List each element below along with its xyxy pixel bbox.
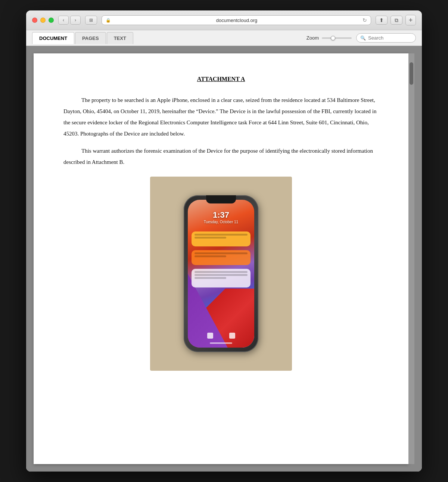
zoom-label: Zoom [307,35,319,41]
traffic-lights [32,18,54,23]
scrollbar[interactable] [408,53,414,464]
sidebar-icon: ⊞ [89,18,93,23]
tab-pages[interactable]: PAGES [75,32,106,44]
scrollbar-thumb[interactable] [410,62,413,85]
address-bar[interactable]: 🔒 documentcloud.org ↻ [102,15,371,25]
minimize-button[interactable] [40,18,46,23]
lockscreen-icons [188,333,254,339]
search-icon: 🔍 [360,35,366,41]
iphone-notch [206,195,236,203]
title-bar: ‹ › ⊞ 🔒 documentcloud.org ↻ ⬆ ⧉ + [26,10,422,30]
home-indicator [210,342,232,344]
add-tab-icon: + [409,16,413,24]
iphone-device: 1:37 Tuesday, October 11 [184,195,258,352]
search-input[interactable] [368,35,412,41]
notification-card-2 [192,250,251,265]
share-icon: ⬆ [379,17,384,23]
notif-line [195,274,248,276]
add-tab-button[interactable]: + [405,15,416,25]
sidebar-toggle-button[interactable]: ⊞ [85,16,97,25]
share-button[interactable]: ⬆ [376,16,388,25]
zoom-control: Zoom [307,35,352,41]
notif-line-short [195,237,226,239]
zoom-thumb[interactable] [331,36,335,40]
doc-body: The property to be searched is an Apple … [63,94,379,168]
back-button[interactable]: ‹ [58,16,69,25]
tabs-button[interactable]: ⧉ [391,16,402,25]
zoom-slider[interactable] [322,37,352,39]
tabs-icon: ⧉ [395,17,398,24]
phone-image-container: 1:37 Tuesday, October 11 [63,177,379,371]
browser-window: ‹ › ⊞ 🔒 documentcloud.org ↻ ⬆ ⧉ + [26,10,422,472]
reload-button[interactable]: ↻ [363,17,367,23]
doc-paragraph-2: This warrant authorizes the forensic exa… [63,145,379,168]
lock-icon: 🔒 [106,18,111,23]
doc-paragraph-1: The property to be searched is an Apple … [63,94,379,139]
url-text: documentcloud.org [113,18,360,23]
screen-time: 1:37 [213,210,229,220]
doc-toolbar: DOCUMENT PAGES TEXT Zoom 🔍 [26,30,422,46]
notif-line-short [195,277,226,279]
notification-card-1 [192,231,251,246]
zoom-track [322,37,352,39]
camera-icon [229,333,235,339]
nav-buttons: ‹ › [58,16,81,25]
notif-line-short [195,255,226,257]
search-bar[interactable]: 🔍 [356,33,416,43]
tab-text[interactable]: TEXT [107,32,133,44]
iphone-screen: 1:37 Tuesday, October 11 [188,200,254,348]
screen-date: Tuesday, October 11 [204,220,238,224]
flashlight-icon [207,333,213,339]
maximize-button[interactable] [49,18,54,23]
notif-line [195,271,248,273]
forward-icon: › [75,18,76,23]
phone-photograph: 1:37 Tuesday, October 11 [150,177,292,371]
notif-line [195,252,248,254]
toolbar-right: ⬆ ⧉ + [376,15,416,25]
doc-page: ATTACHMENT A The property to be searched… [34,53,408,464]
back-icon: ‹ [63,18,64,23]
doc-title: ATTACHMENT A [63,76,379,83]
notif-line [195,234,248,236]
notification-card-3 [192,269,251,287]
doc-content-wrapper: ATTACHMENT A The property to be searched… [26,46,422,472]
tab-document[interactable]: DOCUMENT [32,32,74,44]
close-button[interactable] [32,18,37,23]
forward-button[interactable]: › [70,16,81,25]
